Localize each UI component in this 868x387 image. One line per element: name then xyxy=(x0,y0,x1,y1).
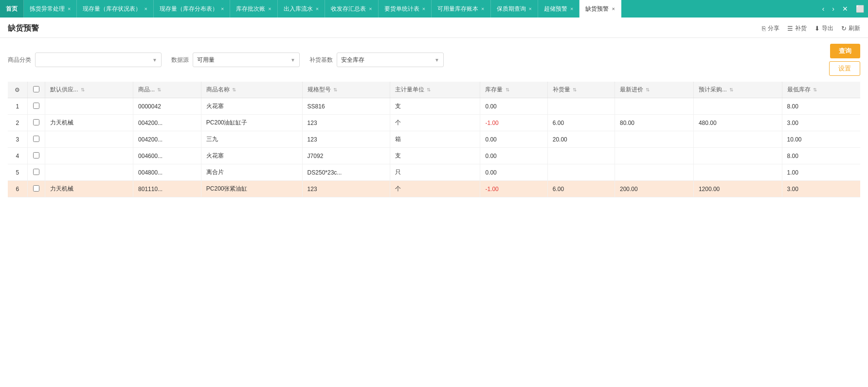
sort-icon: ⇅ xyxy=(427,87,431,92)
tab-close-all[interactable]: ✕ xyxy=(838,0,852,18)
sort-icon: ⇅ xyxy=(573,87,577,92)
table-header-row: ⚙ 默认供应... ⇅ 商品... ⇅ 商品名称 xyxy=(8,82,860,98)
col-unit[interactable]: 主计量单位 ⇅ xyxy=(390,82,480,98)
select-all-checkbox[interactable] xyxy=(33,86,39,92)
row-num: 4 xyxy=(8,148,27,164)
row-num: 2 xyxy=(8,115,27,131)
close-icon[interactable]: × xyxy=(481,6,484,12)
row-checkbox[interactable] xyxy=(33,185,39,192)
tab-batch[interactable]: 库存批次账 × xyxy=(230,0,277,18)
chevron-down-icon: ▼ xyxy=(434,57,439,63)
row-checkbox[interactable] xyxy=(33,136,39,142)
tab-restore[interactable]: ⬜ xyxy=(852,0,868,18)
cell-spec: 123 xyxy=(302,131,390,148)
share-icon: ⎘ xyxy=(762,25,766,32)
close-icon[interactable]: × xyxy=(369,6,372,12)
cell-latest-price xyxy=(615,148,694,164)
cell-stock: 0.00 xyxy=(480,131,547,148)
settings-button[interactable]: 设置 xyxy=(829,61,860,76)
close-icon[interactable]: × xyxy=(422,6,425,12)
sort-icon: ⇅ xyxy=(813,87,817,92)
chevron-down-icon: ▼ xyxy=(290,57,295,63)
cell-est-purchase: 1200.00 xyxy=(693,181,782,197)
col-latest-price[interactable]: 最新进价 ⇅ xyxy=(615,82,694,98)
category-select[interactable]: ▼ xyxy=(35,53,162,67)
cell-spec: J7092 xyxy=(302,148,390,164)
cell-replenish-qty: 6.00 xyxy=(547,181,615,197)
main-content: 缺货预警 ⎘ 分享 ☰ 补货 ⬇ 导出 ↻ 刷新 商品分类 xyxy=(0,18,868,387)
close-icon[interactable]: × xyxy=(268,6,271,12)
datasource-select[interactable]: 可用量 ▼ xyxy=(193,53,300,67)
close-icon[interactable]: × xyxy=(316,6,319,12)
row-checkbox[interactable] xyxy=(33,103,39,109)
col-min-stock[interactable]: 最低库存 ⇅ xyxy=(782,82,860,98)
cell-latest-price xyxy=(615,164,694,181)
filter-row: 商品分类 ▼ 数据源 可用量 ▼ 补货基数 安全库存 ▼ 查询 设置 xyxy=(0,38,868,82)
share-button[interactable]: ⎘ 分享 xyxy=(762,24,779,33)
row-checkbox[interactable] xyxy=(33,169,39,175)
cell-min-stock: 10.00 xyxy=(782,131,860,148)
tab-overstock[interactable]: 超储预警 × xyxy=(538,0,579,18)
cell-spec: 123 xyxy=(302,181,390,197)
tab-scroll-right[interactable]: › xyxy=(828,0,838,18)
cell-product-name: 火花塞 xyxy=(201,98,302,115)
tab-scroll-left[interactable]: ‹ xyxy=(818,0,829,18)
col-stock[interactable]: 库存量 ⇅ xyxy=(480,82,547,98)
col-est-purchase[interactable]: 预计采购... ⇅ xyxy=(693,82,782,98)
tab-collect[interactable]: 收发存汇总表 × xyxy=(325,0,378,18)
tab-home[interactable]: 首页 xyxy=(0,0,24,18)
cell-supplier xyxy=(45,164,133,181)
close-icon[interactable]: × xyxy=(144,6,147,12)
row-checkbox[interactable] xyxy=(33,152,39,158)
cell-unit: 箱 xyxy=(390,131,480,148)
tab-stock-dist[interactable]: 现存量（库存分布表） × xyxy=(154,0,230,18)
replenish-select[interactable]: 安全库存 ▼ xyxy=(337,53,444,67)
category-label: 商品分类 xyxy=(8,56,31,64)
tab-stock-status[interactable]: 现存量（库存状况表） × xyxy=(77,0,153,18)
cell-product-code: 004200... xyxy=(133,131,201,148)
cell-est-purchase xyxy=(693,98,782,115)
tab-shortage[interactable]: 缺货预警 × xyxy=(579,0,621,18)
replenish-button[interactable]: ☰ 补货 xyxy=(787,24,807,33)
table-row: 1 0000042 火花塞 SS816 支 0.00 8.00 xyxy=(8,98,860,115)
export-icon: ⬇ xyxy=(814,25,820,32)
row-checkbox[interactable] xyxy=(33,119,39,125)
table-row: 5 004800... 离合片 DS250*23c... 只 0.00 1.00 xyxy=(8,164,860,181)
col-supplier[interactable]: 默认供应... ⇅ xyxy=(45,82,133,98)
header-actions: ⎘ 分享 ☰ 补货 ⬇ 导出 ↻ 刷新 xyxy=(762,24,860,33)
close-icon[interactable]: × xyxy=(529,6,532,12)
cell-latest-price xyxy=(615,98,694,115)
chevron-down-icon: ▼ xyxy=(152,57,157,63)
table-body: 1 0000042 火花塞 SS816 支 0.00 8.00 2 力天机械 0… xyxy=(8,98,860,197)
cell-unit: 支 xyxy=(390,148,480,164)
row-num: 3 xyxy=(8,131,27,148)
cell-replenish-qty xyxy=(547,98,615,115)
cell-spec: SS816 xyxy=(302,98,390,115)
close-icon[interactable]: × xyxy=(570,6,573,12)
tab-inout[interactable]: 出入库流水 × xyxy=(278,0,325,18)
cell-latest-price xyxy=(615,131,694,148)
col-spec[interactable]: 规格型号 ⇅ xyxy=(302,82,390,98)
col-product-name[interactable]: 商品名称 ⇅ xyxy=(201,82,302,98)
category-filter-group: 商品分类 ▼ xyxy=(8,53,162,67)
sort-icon: ⇅ xyxy=(157,87,161,92)
close-icon[interactable]: × xyxy=(68,6,71,12)
cell-product-name: 三九 xyxy=(201,131,302,148)
sort-icon: ⇅ xyxy=(333,87,337,92)
refresh-button[interactable]: ↻ 刷新 xyxy=(841,24,860,33)
col-gear[interactable]: ⚙ xyxy=(8,82,27,98)
sort-icon: ⇅ xyxy=(506,87,509,92)
tab-available[interactable]: 可用量库存账本 × xyxy=(432,0,490,18)
cell-supplier: 力天机械 xyxy=(45,115,133,131)
refresh-icon: ↻ xyxy=(841,25,847,32)
cell-supplier xyxy=(45,131,133,148)
tab-expiry[interactable]: 保质期查询 × xyxy=(491,0,538,18)
col-replenish-qty[interactable]: 补货量 ⇅ xyxy=(547,82,615,98)
query-button[interactable]: 查询 xyxy=(830,44,860,58)
export-button[interactable]: ⬇ 导出 xyxy=(814,24,833,33)
close-icon[interactable]: × xyxy=(612,6,615,12)
tab-exception[interactable]: 拣货异常处理 × xyxy=(24,0,77,18)
tab-demand[interactable]: 要货单统计表 × xyxy=(379,0,432,18)
close-icon[interactable]: × xyxy=(221,6,224,12)
col-product-code[interactable]: 商品... ⇅ xyxy=(133,82,201,98)
